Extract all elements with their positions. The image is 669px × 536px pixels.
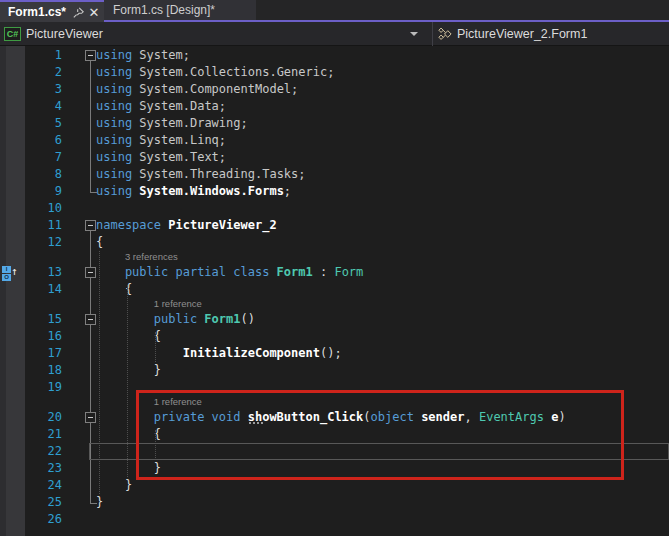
line-number: 4 bbox=[0, 98, 62, 115]
code-text: using System.Linq; bbox=[96, 132, 226, 149]
close-icon[interactable]: ✕ bbox=[87, 5, 101, 19]
class-icon bbox=[438, 27, 452, 41]
project-dropdown-label: PictureViewer bbox=[26, 27, 103, 41]
code-line-1[interactable]: 1using System; bbox=[0, 47, 669, 64]
line-number: 6 bbox=[0, 132, 62, 149]
code-line-7[interactable]: 7using System.Text; bbox=[0, 149, 669, 166]
line-number: 18 bbox=[0, 362, 62, 379]
line-number: 14 bbox=[0, 281, 62, 298]
codelens-references[interactable]: 3 references bbox=[125, 251, 178, 264]
visual-studio-editor-window: Form1.cs* ✕ Form1.cs [Design]* C# Pictur… bbox=[0, 0, 669, 536]
line-number: 17 bbox=[0, 345, 62, 362]
editor-navigation-bar: C# PictureViewer PictureViewer_2.Form1 bbox=[0, 22, 669, 46]
code-line-6[interactable]: 6using System.Linq; bbox=[0, 132, 669, 149]
code-text: using System; bbox=[96, 47, 190, 64]
code-line-25[interactable]: 25} bbox=[0, 494, 669, 511]
code-line-4[interactable]: 4using System.Data; bbox=[0, 98, 669, 115]
code-text: public Form1() bbox=[96, 311, 255, 328]
code-line-10[interactable]: 10 bbox=[0, 200, 669, 217]
code-text: } bbox=[96, 494, 103, 511]
code-line-3[interactable]: 3using System.ComponentModel; bbox=[0, 81, 669, 98]
outline-region-usings bbox=[90, 61, 97, 193]
type-dropdown-label: PictureViewer_2.Form1 bbox=[457, 27, 587, 41]
code-text: using System.Collections.Generic; bbox=[96, 64, 334, 81]
line-number: 15 bbox=[0, 311, 62, 328]
project-dropdown[interactable]: C# PictureViewer bbox=[0, 22, 432, 45]
tab-form1-cs[interactable]: Form1.cs* ✕ bbox=[0, 0, 104, 22]
line-number: 20 bbox=[0, 409, 62, 426]
line-number: 19 bbox=[0, 379, 62, 396]
document-tab-bar: Form1.cs* ✕ Form1.cs [Design]* bbox=[0, 0, 669, 22]
code-line-16[interactable]: 16{ bbox=[0, 328, 669, 345]
collapse-toggle-icon[interactable] bbox=[85, 220, 96, 231]
code-text: using System.Data; bbox=[96, 98, 226, 115]
code-line-5[interactable]: 5using System.Drawing; bbox=[0, 115, 669, 132]
line-number: 7 bbox=[0, 149, 62, 166]
codelens-references[interactable]: 1 reference bbox=[154, 298, 202, 311]
code-text: InitializeComponent(); bbox=[96, 345, 342, 362]
line-number: 25 bbox=[0, 494, 62, 511]
code-text: { bbox=[96, 328, 161, 345]
code-line-8[interactable]: 8using System.Threading.Tasks; bbox=[0, 166, 669, 183]
line-number: 5 bbox=[0, 115, 62, 132]
line-number: 10 bbox=[0, 200, 62, 217]
code-line-13[interactable]: 13IO↑public partial class Form1 : Form bbox=[0, 264, 669, 281]
code-text: using System.Drawing; bbox=[96, 115, 248, 132]
collapse-toggle-icon[interactable] bbox=[85, 314, 96, 325]
code-text: using System.ComponentModel; bbox=[96, 81, 298, 98]
code-text: } bbox=[96, 362, 161, 379]
code-line-2[interactable]: 2using System.Collections.Generic; bbox=[0, 64, 669, 81]
line-number: 2 bbox=[0, 64, 62, 81]
inheritance-margin-icon[interactable]: IO↑ bbox=[2, 266, 20, 281]
code-text: namespace PictureViewer_2 bbox=[96, 217, 277, 234]
annotation-red-box bbox=[136, 390, 624, 480]
code-line-11[interactable]: 11namespace PictureViewer_2 bbox=[0, 217, 669, 234]
indent-guide bbox=[155, 332, 156, 362]
code-line-9[interactable]: 9using System.Windows.Forms; bbox=[0, 183, 669, 200]
code-text: using System.Text; bbox=[96, 149, 226, 166]
code-text: public partial class Form1 : Form bbox=[96, 264, 363, 281]
line-number: 23 bbox=[0, 460, 62, 477]
code-line-15[interactable]: 15public Form1() bbox=[0, 311, 669, 328]
collapse-toggle-icon[interactable] bbox=[85, 267, 96, 278]
line-number: 3 bbox=[0, 81, 62, 98]
type-dropdown[interactable]: PictureViewer_2.Form1 bbox=[433, 27, 587, 41]
code-line-14[interactable]: 14{ bbox=[0, 281, 669, 298]
code-text: { bbox=[96, 234, 103, 251]
tab-label: Form1.cs* bbox=[8, 5, 66, 19]
line-number: 8 bbox=[0, 166, 62, 183]
code-text: using System.Threading.Tasks; bbox=[96, 166, 306, 183]
code-text: using System.Windows.Forms; bbox=[96, 183, 291, 200]
line-number: 12 bbox=[0, 234, 62, 251]
collapse-toggle-icon[interactable] bbox=[85, 412, 96, 423]
code-editor[interactable]: 1using System;2using System.Collections.… bbox=[0, 46, 669, 536]
csharp-project-icon: C# bbox=[4, 27, 21, 41]
line-number: 22 bbox=[0, 443, 62, 460]
code-line-12[interactable]: 12{ bbox=[0, 234, 669, 251]
code-line-26[interactable]: 26 bbox=[0, 511, 669, 528]
code-line-17[interactable]: 17InitializeComponent(); bbox=[0, 345, 669, 362]
tab-form1-cs-design[interactable]: Form1.cs [Design]* bbox=[104, 0, 256, 20]
line-number: 24 bbox=[0, 477, 62, 494]
line-number: 26 bbox=[0, 511, 62, 528]
collapse-toggle-icon[interactable] bbox=[85, 50, 96, 61]
tab-label: Form1.cs [Design]* bbox=[113, 3, 215, 17]
chevron-down-icon[interactable] bbox=[410, 32, 418, 36]
line-number: 9 bbox=[0, 183, 62, 200]
code-text: } bbox=[96, 477, 132, 494]
pin-icon[interactable] bbox=[71, 5, 85, 19]
line-number: 21 bbox=[0, 426, 62, 443]
line-number: 11 bbox=[0, 217, 62, 234]
line-number: 1 bbox=[0, 47, 62, 64]
code-line-18[interactable]: 18} bbox=[0, 362, 669, 379]
line-number: 16 bbox=[0, 328, 62, 345]
